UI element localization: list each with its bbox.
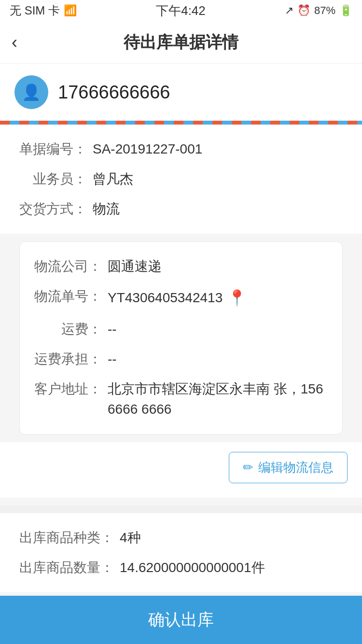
goods-quantity-value: 14.620000000000001件: [120, 558, 343, 578]
order-info-section: 单据编号： SA-20191227-001 业务员： 曾凡杰 交货方式： 物流: [0, 125, 362, 234]
confirm-outbound-button[interactable]: 确认出库: [148, 609, 214, 631]
freight-bearer-label: 运费承担：: [34, 349, 102, 369]
wifi-icon: 📶: [64, 4, 77, 17]
freight-value: --: [108, 319, 328, 339]
dashed-divider: [0, 121, 362, 125]
avatar-icon: 👤: [22, 83, 41, 101]
customer-phone: 17666666666: [58, 82, 170, 103]
delivery-method-row: 交货方式： 物流: [19, 199, 343, 219]
address-row: 客户地址： 北京市市辖区海淀区永丰南 张，156 6666 6666: [34, 379, 328, 420]
back-button[interactable]: ‹: [12, 32, 17, 53]
sales-person-row: 业务员： 曾凡杰: [19, 169, 343, 189]
edit-logistics-container: ✏ 编辑物流信息: [0, 442, 362, 498]
delivery-method-label: 交货方式：: [19, 199, 87, 219]
logistics-company-row: 物流公司： 圆通速递: [34, 256, 328, 277]
edit-logistics-button[interactable]: ✏ 编辑物流信息: [229, 452, 348, 483]
tracking-value: YT43064053424​13 📍: [108, 286, 328, 309]
sales-person-label: 业务员：: [19, 169, 87, 189]
logistics-company-label: 物流公司：: [34, 256, 102, 277]
goods-type-row: 出库商品种类： 4种: [19, 528, 343, 548]
order-number-row: 单据编号： SA-20191227-001: [19, 139, 343, 159]
delivery-method-value: 物流: [93, 199, 343, 219]
freight-bearer-row: 运费承担： --: [34, 349, 328, 369]
nav-bar: ‹ 待出库单据详情: [0, 21, 362, 64]
edit-icon: ✏: [243, 460, 253, 475]
tracking-location-icon[interactable]: 📍: [227, 286, 247, 309]
tracking-row: 物流单号： YT43064053424​13 📍: [34, 286, 328, 309]
sales-person-value: 曾凡杰: [93, 169, 343, 189]
goods-type-value: 4种: [120, 528, 343, 548]
edit-label: 编辑物流信息: [258, 459, 334, 476]
order-number-value: SA-20191227-001: [93, 139, 343, 159]
battery-icon: 🔋: [339, 4, 352, 17]
status-left: 无 SIM 卡 📶: [10, 3, 77, 18]
bottom-bar: 确认出库: [0, 596, 362, 644]
tracking-label: 物流单号：: [34, 286, 102, 307]
status-right: ↗ ⏰ 87% 🔋: [285, 4, 352, 17]
alarm-icon: ⏰: [297, 4, 310, 17]
location-status-icon: ↗: [285, 4, 293, 17]
goods-quantity-label: 出库商品数量：: [19, 558, 114, 578]
freight-label: 运费：: [34, 319, 102, 339]
avatar: 👤: [14, 75, 48, 109]
freight-bearer-value: --: [108, 349, 328, 369]
status-time: 下午4:42: [156, 2, 206, 19]
order-number-label: 单据编号：: [19, 139, 87, 159]
goods-quantity-row: 出库商品数量： 14.620000000000001件: [19, 558, 343, 578]
goods-section: 出库商品种类： 4种 出库商品数量： 14.620000000000001件: [0, 513, 362, 592]
logistics-card: 物流公司： 圆通速递 物流单号： YT43064053424​13 📍 运费： …: [19, 241, 343, 434]
logistics-company-value: 圆通速递: [108, 256, 328, 277]
freight-row: 运费： --: [34, 319, 328, 339]
page-title: 待出库单据详情: [124, 31, 238, 54]
section-separator-1: [0, 505, 362, 513]
address-label: 客户地址：: [34, 379, 102, 399]
customer-header: 👤 17666666666: [0, 64, 362, 121]
address-value: 北京市市辖区海淀区永丰南 张，156 6666 6666: [108, 379, 328, 420]
carrier-label: 无 SIM 卡: [10, 3, 60, 18]
goods-type-label: 出库商品种类：: [19, 528, 114, 548]
battery-label: 87%: [314, 4, 335, 17]
status-bar: 无 SIM 卡 📶 下午4:42 ↗ ⏰ 87% 🔋: [0, 0, 362, 21]
tracking-number-text: YT43064053424​13: [108, 288, 223, 308]
